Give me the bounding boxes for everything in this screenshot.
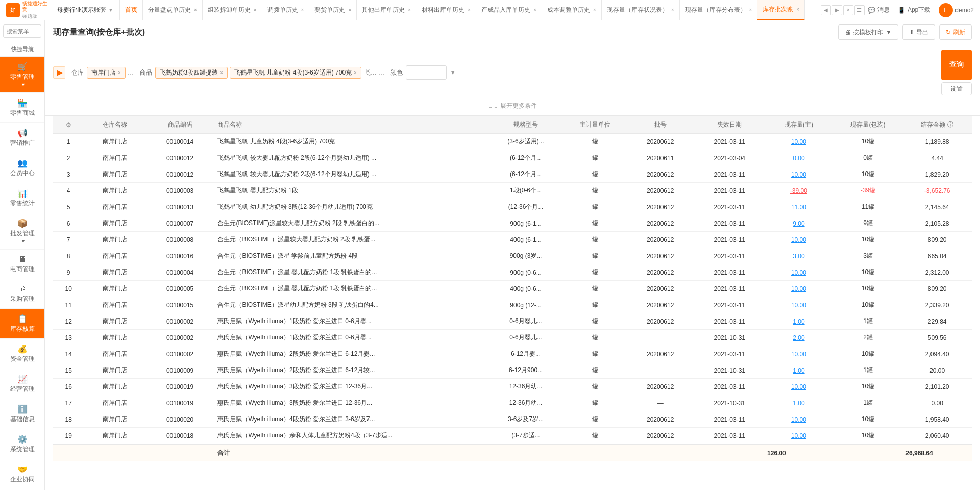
tab-material-out[interactable]: 材料出库单历史 × xyxy=(416,0,476,20)
tab-stock-dist[interactable]: 现存量（库存分布表） × xyxy=(680,0,758,20)
sidebar-item-basic-info[interactable]: ℹ️ 基础信息 xyxy=(0,399,44,429)
search-input[interactable] xyxy=(3,24,41,38)
goods-tag-1[interactable]: 飞鹤奶粉3段四罐提装 × xyxy=(155,67,228,79)
sidebar-item-wholesale[interactable]: 📦 批发管理 ▼ xyxy=(0,213,44,250)
close-request-icon[interactable]: × xyxy=(348,7,351,13)
query-button[interactable]: 查询 xyxy=(941,50,972,80)
close-cost-adjust-icon[interactable]: × xyxy=(593,7,596,13)
cell-batch: — xyxy=(626,362,695,379)
filter-expand-button[interactable]: ▶ xyxy=(53,66,65,79)
nav-prev-icon[interactable]: ◀ xyxy=(821,5,831,15)
sidebar-item-purchase[interactable]: 🛍 采购管理 xyxy=(0,279,44,309)
sidebar-item-member[interactable]: 👥 会员中心 xyxy=(0,153,44,183)
export-button[interactable]: ⬆ 导出 xyxy=(902,24,935,40)
close-dismantle-icon[interactable]: × xyxy=(254,7,257,13)
messages-btn[interactable]: 💬 消息 xyxy=(868,6,890,14)
tab-home[interactable]: 首页 xyxy=(120,0,143,20)
cell-qty-main[interactable]: 11.00 xyxy=(764,199,834,215)
tab-dismantle[interactable]: 组装拆卸单历史 × xyxy=(203,0,262,20)
cell-qty-main[interactable]: 10.00 xyxy=(764,264,834,281)
sidebar-item-finance[interactable]: 💰 资金管理 xyxy=(0,339,44,369)
column-settings-icon[interactable]: ⚙ xyxy=(66,121,71,129)
cell-qty-main[interactable]: 10.00 xyxy=(764,281,834,297)
expand-more-button[interactable]: ⌄⌄ 展开更多条件 xyxy=(488,102,537,110)
cell-qty-main[interactable]: 3.00 xyxy=(764,248,834,264)
cell-qty-main[interactable]: 10.00 xyxy=(764,379,834,395)
cell-qty-main[interactable]: -39.00 xyxy=(764,183,834,199)
cell-sku: 00100004 xyxy=(145,264,215,281)
setting-button[interactable]: 设置 xyxy=(941,82,972,95)
tab-split[interactable]: 分量盘点单历史 × xyxy=(143,0,203,20)
tab-request[interactable]: 要货单历史 × xyxy=(309,0,357,20)
sidebar-item-retail-stats[interactable]: 📊 零售统计 xyxy=(0,183,44,213)
cell-qty-main[interactable]: 10.00 xyxy=(764,166,834,183)
warehouse-tag-nangan[interactable]: 南岸门店 × xyxy=(87,67,126,79)
close-material-out-icon[interactable]: × xyxy=(468,7,471,13)
nav-menu-icon[interactable]: ☰ xyxy=(854,5,865,15)
sidebar-item-inventory[interactable]: 📋 库存核算 xyxy=(0,309,44,339)
cell-seq: 11 xyxy=(53,297,84,313)
close-stock-dist-icon[interactable]: × xyxy=(749,7,752,13)
nav-next-icon[interactable]: ▶ xyxy=(832,5,842,15)
warehouse-tag-close-icon[interactable]: × xyxy=(118,70,121,76)
goods-tag-2-close-icon[interactable]: × xyxy=(354,70,357,76)
account-dropdown[interactable]: 母婴行业演示账套 ▼ xyxy=(51,0,120,20)
ecommerce-icon: 🖥 xyxy=(18,255,27,264)
close-split-icon[interactable]: × xyxy=(194,7,197,13)
tab-batch-voucher[interactable]: 库存批次账 × xyxy=(757,0,805,20)
cell-name: 合生元（BIOSTIME）派星 婴儿配方奶粉 1段 乳铁蛋白的... xyxy=(214,281,487,297)
cell-qty-main[interactable]: 10.00 xyxy=(764,134,834,150)
tab-stock-status[interactable]: 现存量（库存状况表） × xyxy=(602,0,680,20)
tab-other-out[interactable]: 其他出库单历史 × xyxy=(357,0,416,20)
sidebar-item-sys-mgmt[interactable]: ⚙️ 系统管理 xyxy=(0,429,44,459)
cell-qty-main[interactable]: 10.00 xyxy=(764,428,834,445)
cell-qty-main[interactable]: 1.00 xyxy=(764,362,834,379)
cell-expire: 2021-03-11 xyxy=(695,166,765,183)
sidebar-item-retail-store[interactable]: 🏪 零售商城 xyxy=(0,93,44,123)
cell-qty-main[interactable]: 10.00 xyxy=(764,232,834,248)
cell-qty-main[interactable]: 1.00 xyxy=(764,395,834,411)
close-product-in-icon[interactable]: × xyxy=(533,7,536,13)
sidebar-item-ecommerce[interactable]: 🖥 电商管理 xyxy=(0,250,44,279)
cell-seq: 9 xyxy=(53,264,84,281)
nav-close-icon[interactable]: × xyxy=(843,5,853,15)
cell-qty-main[interactable]: 2.00 xyxy=(764,330,834,346)
close-stock-status-icon[interactable]: × xyxy=(671,7,674,13)
close-other-out-icon[interactable]: × xyxy=(408,7,411,13)
app-download-btn[interactable]: 📱 App下载 xyxy=(898,6,930,14)
cell-qty-main[interactable]: 1.00 xyxy=(764,313,834,330)
cell-spec: 12-36月幼... xyxy=(487,395,565,411)
cell-qty-main[interactable]: 10.00 xyxy=(764,411,834,428)
goods-tag-1-close-icon[interactable]: × xyxy=(220,70,223,76)
goods-more-text[interactable]: 飞... xyxy=(363,68,377,77)
user-area[interactable]: E demo2 xyxy=(939,3,974,17)
sidebar-item-retail-mgmt[interactable]: 🛒 零售管理 ▼ xyxy=(0,57,44,93)
color-filter-label: 颜色 xyxy=(390,68,403,77)
cell-qty-main[interactable]: 10.00 xyxy=(764,297,834,313)
cell-qty-main[interactable]: 0.00 xyxy=(764,150,834,166)
tab-product-in[interactable]: 产成品入库单历史 × xyxy=(476,0,542,20)
col-header-settings[interactable]: ⚙ xyxy=(53,116,84,134)
template-arrow-icon: ▼ xyxy=(886,29,892,36)
goods-more-icon[interactable]: ... xyxy=(379,68,385,77)
tab-cost-adjust[interactable]: 成本调整单历史 × xyxy=(542,0,602,20)
sidebar-item-marketing[interactable]: 📢 营销推广 xyxy=(0,123,44,153)
cell-qty-main[interactable]: 9.00 xyxy=(764,215,834,232)
table-row: 2 南岸门店 00100012 飞鹤星飞帆 较大婴儿配方奶粉 2段(6-12个月… xyxy=(53,150,972,166)
color-dropdown-icon[interactable]: ▼ xyxy=(450,69,456,76)
tab-adjust[interactable]: 调拨单历史 × xyxy=(262,0,310,20)
sidebar-item-corp-collab[interactable]: 🤝 企业协同 xyxy=(0,459,44,489)
cell-warehouse: 南岸门店 xyxy=(84,134,145,150)
sidebar-item-ops[interactable]: 📈 经营管理 xyxy=(0,369,44,399)
warehouse-more-icon[interactable]: ... xyxy=(128,68,134,77)
refresh-button[interactable]: ↻ 刷新 xyxy=(939,24,972,40)
sidebar-label-sys-mgmt: 系统管理 xyxy=(10,445,35,454)
nav-tabs-container: 首页 分量盘点单历史 × 组装拆卸单历史 × 调拨单历史 × 要货单历史 × 其… xyxy=(120,0,821,20)
close-batch-voucher-icon[interactable]: × xyxy=(796,7,799,12)
color-filter-input[interactable] xyxy=(406,65,447,80)
close-adjust-icon[interactable]: × xyxy=(301,7,304,13)
goods-tag-2[interactable]: 飞鹤星飞帆 儿童奶粉 4段(3-6岁适用) 700克 × xyxy=(230,67,361,79)
cell-qty-main[interactable]: 10.00 xyxy=(764,346,834,362)
template-print-button[interactable]: 🖨 按模板打印 ▼ xyxy=(838,24,898,40)
cell-name: 飞鹤星飞帆 幼儿配方奶粉 3段(12-36个月幼儿适用) 700克 xyxy=(214,199,487,215)
